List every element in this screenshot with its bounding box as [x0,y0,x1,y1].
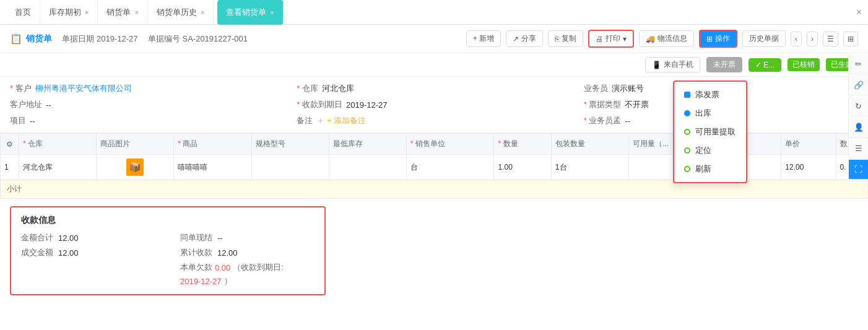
tab-home[interactable]: 首页 [6,0,40,25]
side-link-icon[interactable]: 🔗 [848,76,868,95]
outbound-icon [684,110,690,116]
dropdown-item-available-qty[interactable]: 可用量提取 [674,123,746,141]
tab-sales-history[interactable]: 销货单历史 × [148,0,214,25]
customer-label: 客户 [10,83,32,94]
tab-sales-order-close[interactable]: × [134,9,138,16]
not-opened-button[interactable]: 未开票 [706,57,742,72]
overdue-label: 本单欠款 [180,262,212,273]
print-dropdown-icon: ▾ [623,35,627,43]
staff-label: 业务员 [584,83,608,94]
project-field: 项目 -- [10,115,284,126]
cell-min-stock [329,155,406,180]
refresh-label: 刷新 [695,163,711,175]
payment-row-transaction: 成交金额 12.00 [21,247,155,258]
doc-date-label: 单据日期 [62,33,94,45]
new-button[interactable]: + 新增 [466,30,501,47]
ops-dropdown-menu: 添发票 出库 可用量提取 定位 刷新 [673,80,747,183]
ops-button[interactable]: ⊞ 操作 [699,30,737,48]
tab-sales-history-close[interactable]: × [201,9,204,16]
col-spec: 规格型号 [251,134,329,155]
col-image: 商品图片 [97,134,174,155]
doc-title-area: 📋 销货单 [10,33,52,45]
next-button[interactable]: › [807,32,818,46]
share-label: 分享 [521,33,536,44]
warehouse-field: 仓库 河北仓库 [297,83,571,94]
tab-inventory-init[interactable]: 库存期初 × [40,0,98,25]
col-gear[interactable]: ⚙ [1,134,19,155]
address-value: -- [46,100,51,110]
payment-row-overdue: 本单欠款 0.00 （收款到期日: 2019-12-27 ） [180,262,315,287]
print-button[interactable]: 🖨 打印 ▾ [588,30,634,48]
side-edit-icon[interactable]: ✏ [848,54,868,74]
tab-sales-history-label: 销货单历史 [157,7,197,18]
customer-field: 客户 柳州粤港平安气体有限公司 [10,83,284,94]
available-qty-label: 可用量提取 [695,126,736,137]
outbound-label: 出库 [695,108,711,119]
doc-type-label: 销货单 [26,33,52,45]
project-value: -- [30,116,35,126]
logistics-button[interactable]: 🚚 物流信息 [639,30,694,47]
transaction-label: 成交金额 [21,247,53,258]
cell-warehouse: 河北仓库 [19,155,97,180]
ops-label: 操作 [715,33,730,44]
payment-row-total: 金额合计 12.00 [21,232,155,243]
payment-info-box: 收款信息 金额合计 12.00 同单现结 -- 成交金额 12.00 累计收款 … [10,206,326,295]
ticket-label: 票据类型 [584,99,622,110]
side-list-icon[interactable]: ☰ [848,139,868,158]
doc-number-value: SA-20191227-001 [183,34,248,43]
check-button[interactable]: ✓ E... [749,58,781,72]
prev-button[interactable]: ‹ [791,32,802,46]
dropdown-item-location[interactable]: 定位 [674,141,746,160]
col-pack-qty: 包装数量 [551,134,628,155]
total-value: 12.00 [58,233,79,243]
same-bill-label: 同单现结 [180,232,212,243]
tab-view-sales-label: 查看销货单 [226,7,266,18]
tab-inventory-init-close[interactable]: × [85,9,89,16]
location-icon [684,147,690,154]
not-opened-label: 未开票 [713,59,736,70]
tab-sales-order[interactable]: 销货单 × [98,0,147,25]
side-user-icon[interactable]: 👤 [848,118,868,137]
tab-inventory-init-label: 库存期初 [49,7,81,18]
col-price: 单价 [781,134,836,155]
share-button[interactable]: ↗ 分享 [506,30,543,47]
dropdown-item-outbound[interactable]: 出库 [674,104,746,123]
col-qty: 数量 [494,134,551,155]
payment-row-same-bill: 同单现结 -- [180,232,315,243]
side-refresh-icon[interactable]: ↻ [848,97,868,116]
cumulative-value: 12.00 [217,248,238,258]
payment-date-label: 收款到期日 [297,99,342,110]
cell-seq: 1 [1,155,19,180]
same-bill-value: -- [217,233,223,243]
list-view-button[interactable]: ⊞ [843,32,858,46]
sales-staff-value: -- [625,116,630,126]
ops-icon: ⊞ [706,35,713,43]
from-phone-button[interactable]: 📱 来自手机 [645,57,700,72]
dropdown-item-add-invoice[interactable]: 添发票 [674,85,746,104]
doc-date-value: 2019-12-27 [97,34,138,43]
transaction-value: 12.00 [58,248,79,258]
customer-value[interactable]: 柳州粤港平安气体有限公司 [35,83,132,94]
address-label: 客户地址 [10,99,42,110]
side-expand-icon[interactable]: ⛶ [848,160,868,180]
cumulative-label: 累计收款 [180,247,212,258]
history-button[interactable]: 历史单据 [742,30,786,47]
sales-staff-label: 业务员孟 [584,115,622,126]
tab-view-sales-close[interactable]: × [270,9,274,16]
tab-view-sales[interactable]: 查看销货单 × [217,0,283,25]
tab-home-label: 首页 [15,7,31,18]
cell-qty: 1.00 [494,155,551,180]
doc-date-group: 单据日期 2019-12-27 [62,33,138,45]
note-add-button[interactable]: ＋ + 添加备注 [316,115,366,126]
copy-button[interactable]: ⎘ 复制 [548,30,583,47]
doc-type-icon: 📋 [10,33,22,45]
payment-grid: 金额合计 12.00 同单现结 -- 成交金额 12.00 累计收款 12.00 [21,232,315,287]
grid-view-button[interactable]: ☰ [823,32,838,46]
ticket-value: 不开票 [625,99,649,110]
cell-pack-qty: 1台 [551,155,628,180]
dropdown-item-refresh[interactable]: 刷新 [674,160,746,178]
window-close-button[interactable]: × [856,7,862,18]
product-image: 📦 [126,158,144,176]
payment-date-field: 收款到期日 2019-12-27 [297,99,571,110]
logistics-label: 物流信息 [658,33,687,44]
